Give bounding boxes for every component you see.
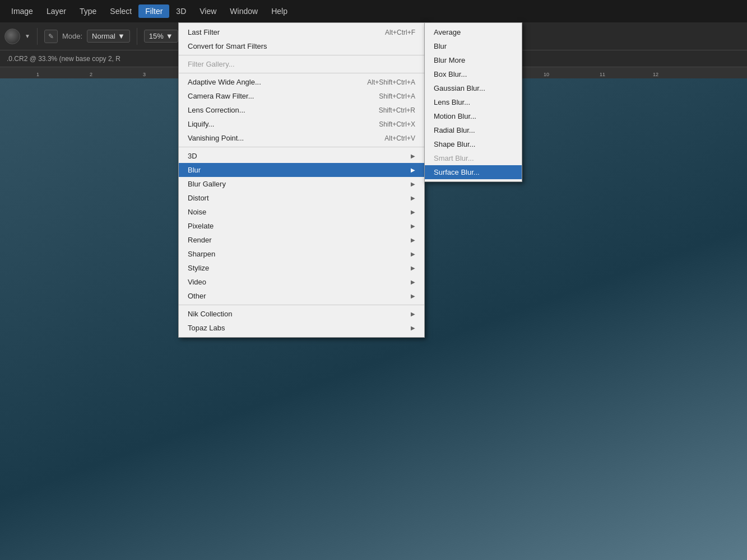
menu-window[interactable]: Window xyxy=(223,4,265,18)
menu-other-arrow-icon: ▶ xyxy=(411,293,415,299)
menu-vanishing-point-label: Vanishing Point... xyxy=(188,134,244,142)
menu-pixelate[interactable]: Pixelate ▶ xyxy=(179,219,424,233)
menu-filter[interactable]: Filter xyxy=(138,4,169,18)
menu-distort-arrow-icon: ▶ xyxy=(411,195,415,201)
menu-topaz-labs[interactable]: Topaz Labs ▶ xyxy=(179,321,424,335)
menu-vanishing-point[interactable]: Vanishing Point... Alt+Ctrl+V xyxy=(179,131,424,145)
menu-other-label: Other xyxy=(188,292,206,300)
menu-distort-label: Distort xyxy=(188,194,209,202)
menu-noise-arrow-icon: ▶ xyxy=(411,209,415,215)
menu-blur-gallery[interactable]: Blur Gallery ▶ xyxy=(179,177,424,191)
filter-menu: Last Filter Alt+Ctrl+F Convert for Smart… xyxy=(178,22,425,338)
menu-blur-gallery-arrow-icon: ▶ xyxy=(411,181,415,187)
blur-blur[interactable]: Blur xyxy=(425,39,522,53)
menu-adaptive-wide-angle[interactable]: Adaptive Wide Angle... Alt+Shift+Ctrl+A xyxy=(179,75,424,89)
menu-view[interactable]: View xyxy=(193,4,223,18)
blur-radial-label: Radial Blur... xyxy=(434,126,475,134)
blur-motion-label: Motion Blur... xyxy=(434,112,476,120)
ruler-tick-12: 12 xyxy=(653,72,658,77)
menu-lens-correction[interactable]: Lens Correction... Shift+Ctrl+R xyxy=(179,103,424,117)
brush-mode-icon[interactable]: ✎ xyxy=(44,30,58,43)
blur-smart[interactable]: Smart Blur... xyxy=(425,151,522,165)
blur-average[interactable]: Average xyxy=(425,25,522,39)
menu-3d[interactable]: 3D xyxy=(169,4,193,18)
menu-blur-submenu[interactable]: Blur ▶ xyxy=(179,163,424,177)
menu-stylize-arrow-icon: ▶ xyxy=(411,265,415,271)
menu-camera-raw-label: Camera Raw Filter... xyxy=(188,92,254,100)
menu-topaz-labs-arrow-icon: ▶ xyxy=(411,325,415,331)
menu-noise-label: Noise xyxy=(188,208,206,216)
blur-lens-label: Lens Blur... xyxy=(434,98,470,106)
blur-radial[interactable]: Radial Blur... xyxy=(425,123,522,137)
menu-liquify-label: Liquify... xyxy=(188,120,214,128)
menu-last-filter-label: Last Filter xyxy=(188,28,220,36)
menu-blur-submenu-label: Blur xyxy=(188,166,201,174)
menu-video[interactable]: Video ▶ xyxy=(179,275,424,289)
menu-adaptive-wide-angle-label: Adaptive Wide Angle... xyxy=(188,78,261,86)
menu-type[interactable]: Type xyxy=(73,4,103,18)
menu-filter-gallery[interactable]: Filter Gallery... xyxy=(179,57,424,71)
menu-liquify-shortcut: Shift+Ctrl+X xyxy=(379,120,415,128)
mode-value: Normal xyxy=(92,32,115,40)
blur-blur-label: Blur xyxy=(434,42,447,50)
blur-gaussian-label: Gaussian Blur... xyxy=(434,84,485,92)
menubar: Image Layer Type Select Filter 3D View W… xyxy=(0,0,747,22)
menu-nik-collection-label: Nik Collection xyxy=(188,310,232,318)
menu-select[interactable]: Select xyxy=(103,4,138,18)
menu-3d-arrow-icon: ▶ xyxy=(411,153,415,159)
blur-submenu: Average Blur Blur More Box Blur... Gauss… xyxy=(424,22,522,182)
menu-last-filter-shortcut: Alt+Ctrl+F xyxy=(385,29,415,36)
menu-camera-raw-shortcut: Shift+Ctrl+A xyxy=(379,92,415,100)
menu-render-label: Render xyxy=(188,236,212,244)
menu-render[interactable]: Render ▶ xyxy=(179,233,424,247)
menu-distort[interactable]: Distort ▶ xyxy=(179,191,424,205)
brush-dropdown-arrow[interactable]: ▼ xyxy=(25,33,30,39)
zoom-dropdown[interactable]: 15% ▼ xyxy=(144,30,178,43)
blur-shape[interactable]: Shape Blur... xyxy=(425,137,522,151)
menu-nik-collection-arrow-icon: ▶ xyxy=(411,311,415,317)
menu-nik-collection[interactable]: Nik Collection ▶ xyxy=(179,307,424,321)
menu-layer[interactable]: Layer xyxy=(40,4,73,18)
mode-label: Mode: xyxy=(62,32,82,40)
menu-help[interactable]: Help xyxy=(265,4,294,18)
ruler-tick-2: 2 xyxy=(90,72,92,77)
document-title: .0.CR2 @ 33.3% (new base copy 2, R xyxy=(7,55,120,63)
menu-camera-raw[interactable]: Camera Raw Filter... Shift+Ctrl+A xyxy=(179,89,424,103)
menu-render-arrow-icon: ▶ xyxy=(411,237,415,243)
menu-liquify[interactable]: Liquify... Shift+Ctrl+X xyxy=(179,117,424,131)
blur-gaussian[interactable]: Gaussian Blur... xyxy=(425,81,522,95)
menu-convert-smart-filters-label: Convert for Smart Filters xyxy=(188,42,267,50)
menu-image[interactable]: Image xyxy=(4,4,40,18)
menu-lens-correction-label: Lens Correction... xyxy=(188,106,245,114)
toolbar-sep-2 xyxy=(137,28,137,45)
filter-sep-4 xyxy=(179,305,424,305)
ruler-tick-11: 11 xyxy=(600,72,605,77)
filter-sep-3 xyxy=(179,147,424,147)
zoom-value: 15% xyxy=(149,32,164,40)
menu-lens-correction-shortcut: Shift+Ctrl+R xyxy=(379,106,415,114)
menu-adaptive-wide-angle-shortcut: Alt+Shift+Ctrl+A xyxy=(367,78,415,86)
blur-average-label: Average xyxy=(434,28,461,36)
blur-box-blur-label: Box Blur... xyxy=(434,70,467,78)
menu-sharpen-label: Sharpen xyxy=(188,250,215,258)
menu-stylize[interactable]: Stylize ▶ xyxy=(179,261,424,275)
menu-convert-smart-filters[interactable]: Convert for Smart Filters xyxy=(179,39,424,53)
mode-dropdown[interactable]: Normal ▼ xyxy=(87,30,130,43)
blur-blur-more[interactable]: Blur More xyxy=(425,53,522,67)
menu-noise[interactable]: Noise ▶ xyxy=(179,205,424,219)
blur-box-blur[interactable]: Box Blur... xyxy=(425,67,522,81)
menu-video-label: Video xyxy=(188,278,206,286)
ruler-tick-10: 10 xyxy=(544,72,549,77)
blur-shape-label: Shape Blur... xyxy=(434,140,475,148)
menu-sharpen[interactable]: Sharpen ▶ xyxy=(179,247,424,261)
menu-other[interactable]: Other ▶ xyxy=(179,289,424,303)
blur-surface[interactable]: Surface Blur... xyxy=(425,165,522,179)
blur-blur-more-label: Blur More xyxy=(434,56,465,64)
menu-blur-arrow-icon: ▶ xyxy=(411,167,415,173)
menu-3d-submenu[interactable]: 3D ▶ xyxy=(179,149,424,163)
menu-video-arrow-icon: ▶ xyxy=(411,279,415,285)
blur-motion[interactable]: Motion Blur... xyxy=(425,109,522,123)
menu-last-filter[interactable]: Last Filter Alt+Ctrl+F xyxy=(179,25,424,39)
blur-lens[interactable]: Lens Blur... xyxy=(425,95,522,109)
menu-vanishing-point-shortcut: Alt+Ctrl+V xyxy=(384,134,415,142)
